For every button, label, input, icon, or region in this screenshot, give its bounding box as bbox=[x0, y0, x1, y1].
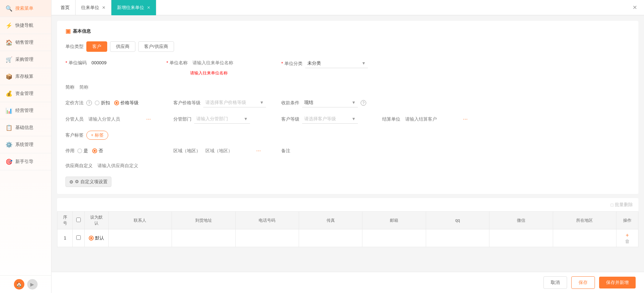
department-select[interactable]: 请输入分管部门 ▼ bbox=[194, 114, 250, 124]
col-seq: 序号 bbox=[57, 212, 73, 229]
settlement-more-icon[interactable]: ··· bbox=[462, 116, 469, 122]
price-level-radio-circle bbox=[114, 100, 119, 105]
fax-input[interactable] bbox=[303, 236, 359, 241]
unit-type-customer-btn[interactable]: 客户 bbox=[86, 41, 107, 52]
cell-phone bbox=[235, 229, 299, 247]
dept-chevron-icon: ▼ bbox=[244, 116, 248, 121]
no-radio-circle bbox=[92, 148, 97, 153]
batch-delete-button[interactable]: □ 批量删除 bbox=[611, 202, 633, 208]
unit-type-buttons: 客户 供应商 客户/供应商 bbox=[86, 41, 174, 52]
cell-default: 默认 bbox=[85, 229, 108, 247]
pricing-help-icon[interactable]: ? bbox=[86, 100, 92, 106]
unit-name-error: 请输入往来单位名称 bbox=[190, 70, 228, 76]
unit-type-supplier-btn[interactable]: 供应商 bbox=[110, 41, 135, 52]
cell-address bbox=[172, 229, 235, 247]
sidebar-bottom: 🏠 ▶ bbox=[0, 275, 51, 293]
sidebar-item-system[interactable]: ⚙️ 系统管理 bbox=[0, 136, 51, 153]
contact-table-section: □ 批量删除 序号 设为默认 联系人 到货地址 电话号码 传真 邮箱 qq bbox=[57, 198, 638, 247]
cancel-button[interactable]: 取消 bbox=[543, 276, 567, 289]
manager-input[interactable] bbox=[86, 115, 142, 123]
sidebar-item-ops[interactable]: 📊 经营管理 bbox=[0, 102, 51, 119]
sidebar-arrow-btn[interactable]: ▶ bbox=[27, 279, 38, 290]
payment-terms-select[interactable]: 现结 ▼ bbox=[302, 98, 358, 107]
cell-qq bbox=[426, 229, 489, 247]
customer-level-select[interactable]: 请选择客户等级 ▼ bbox=[302, 114, 358, 124]
default-radio-circle bbox=[89, 236, 94, 241]
tab-new-partner[interactable]: 新增往来单位 ✕ bbox=[111, 0, 156, 15]
row-add-icon[interactable]: + bbox=[624, 232, 630, 238]
row-delete-icon[interactable]: 🗑 bbox=[623, 238, 631, 244]
disabled-no-radio[interactable]: 否 bbox=[92, 148, 103, 154]
unit-type-row: 单位类型 客户 供应商 客户/供应商 bbox=[65, 41, 630, 52]
region-input[interactable] bbox=[203, 147, 252, 155]
cart-icon: 🛒 bbox=[6, 56, 13, 63]
payment-help-icon[interactable]: ? bbox=[361, 100, 366, 106]
unit-category-group: 单位分类 未分类 ▼ bbox=[281, 59, 379, 68]
close-partner-tab-icon[interactable]: ✕ bbox=[102, 5, 105, 10]
discount-radio-circle bbox=[95, 100, 100, 105]
add-tag-button[interactable]: + 标签 bbox=[86, 131, 108, 140]
chart-icon: 📊 bbox=[6, 107, 13, 114]
select-all-checkbox[interactable] bbox=[76, 218, 81, 222]
col-region: 所在地区 bbox=[553, 212, 616, 229]
close-all-tabs-icon[interactable]: ✕ bbox=[629, 4, 641, 11]
close-new-partner-tab-icon[interactable]: ✕ bbox=[147, 5, 150, 10]
customize-settings-button[interactable]: ⚙ ⚙ 自定义项设置 bbox=[65, 177, 111, 187]
wechat-input[interactable] bbox=[493, 236, 549, 241]
manager-label: 分管人员 bbox=[65, 116, 84, 122]
email-input[interactable] bbox=[366, 236, 422, 241]
col-fax: 传真 bbox=[299, 212, 362, 229]
discount-radio[interactable]: 折扣 bbox=[95, 100, 110, 106]
default-radio[interactable]: 默认 bbox=[88, 235, 104, 241]
code-name-category-row: 单位编码 单位名称 请输入往来单位名称 单位分类 未分类 ▼ bbox=[65, 59, 630, 76]
settlement-unit-group: 结算单位 ··· bbox=[382, 115, 469, 123]
unit-category-select[interactable]: 未分类 ▼ bbox=[305, 59, 368, 68]
unit-code-input[interactable] bbox=[89, 59, 152, 67]
sidebar-item-quick-nav[interactable]: ⚡ 快捷导航 bbox=[0, 17, 51, 34]
unit-type-group: 单位类型 客户 供应商 客户/供应商 bbox=[65, 41, 174, 52]
sidebar-item-sales[interactable]: 🏠 销售管理 bbox=[0, 34, 51, 51]
disabled-yes-radio[interactable]: 是 bbox=[77, 148, 88, 154]
col-action: 操作 bbox=[616, 212, 638, 229]
customer-tag-label: 客户标签 bbox=[65, 132, 84, 138]
region-more-icon[interactable]: ··· bbox=[255, 148, 262, 154]
customer-price-select[interactable]: 请选择客户价格等级 ▼ bbox=[203, 98, 266, 107]
sidebar-item-search[interactable]: 🔍 搜索菜单 bbox=[0, 0, 51, 17]
save-button[interactable]: 保存 bbox=[571, 276, 595, 289]
sidebar-item-guide[interactable]: 🎯 新手引导 bbox=[0, 153, 51, 170]
money-icon: 💰 bbox=[6, 90, 13, 97]
row-checkbox[interactable] bbox=[76, 235, 81, 240]
unit-type-both-btn[interactable]: 客户/供应商 bbox=[138, 41, 174, 52]
price-level-radio[interactable]: 价格等级 bbox=[114, 100, 139, 106]
tab-bar: 首页 往来单位 ✕ 新增往来单位 ✕ ✕ bbox=[52, 0, 644, 15]
search-icon: 🔍 bbox=[6, 5, 13, 12]
sidebar-item-basic[interactable]: 📋 基础信息 bbox=[0, 119, 51, 136]
address-input[interactable] bbox=[175, 236, 231, 241]
phone-input[interactable] bbox=[239, 236, 295, 241]
sidebar: 🔍 搜索菜单 ⚡ 快捷导航 🏠 销售管理 🛒 采购管理 📦 库存核算 💰 资金管… bbox=[0, 0, 52, 293]
gear-settings-icon: ⚙ bbox=[69, 179, 73, 185]
manager-more-icon[interactable]: ··· bbox=[145, 116, 152, 122]
supplier-custom-row: 供应商自定义 bbox=[65, 162, 630, 170]
cell-contact bbox=[108, 229, 172, 247]
supplier-custom-input[interactable] bbox=[95, 162, 193, 170]
qq-input[interactable] bbox=[430, 236, 486, 241]
pricing-radios: 折扣 价格等级 bbox=[95, 100, 139, 106]
save-and-add-button[interactable]: 保存并新增 bbox=[599, 277, 636, 288]
remark-input[interactable] bbox=[293, 147, 398, 155]
contact-input[interactable] bbox=[112, 236, 168, 241]
unit-name-input[interactable] bbox=[190, 59, 267, 67]
tab-partner[interactable]: 往来单位 ✕ bbox=[76, 0, 111, 15]
abbr-input[interactable] bbox=[77, 83, 175, 91]
home-icon: 🏠 bbox=[6, 39, 13, 46]
cell-wechat bbox=[489, 229, 553, 247]
settlement-input[interactable] bbox=[403, 115, 459, 123]
sidebar-item-purchase[interactable]: 🛒 采购管理 bbox=[0, 51, 51, 68]
disabled-radios: 是 否 bbox=[77, 148, 103, 154]
region-table-input[interactable] bbox=[557, 236, 613, 241]
tab-home[interactable]: 首页 bbox=[55, 0, 76, 15]
sidebar-home-btn[interactable]: 🏠 bbox=[14, 279, 24, 290]
unit-code-group: 单位编码 bbox=[65, 59, 163, 67]
sidebar-item-inventory[interactable]: 📦 库存核算 bbox=[0, 68, 51, 85]
sidebar-item-finance[interactable]: 💰 资金管理 bbox=[0, 85, 51, 102]
